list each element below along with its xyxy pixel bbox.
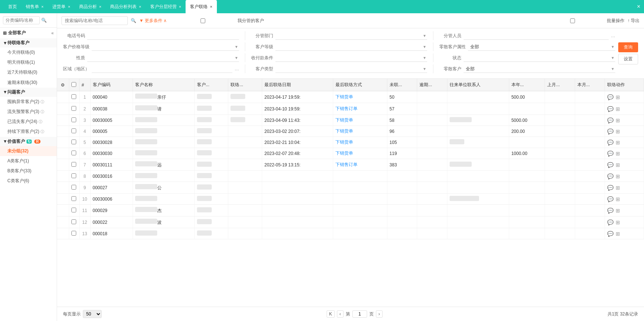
row-checkbox[interactable] xyxy=(69,91,79,103)
page-input[interactable] xyxy=(352,310,367,318)
row-checkbox[interactable] xyxy=(69,171,79,182)
my-customers-checkbox[interactable] xyxy=(170,18,236,23)
contact-method-link[interactable]: 下销货单 xyxy=(335,94,353,99)
sidebar-item-today[interactable]: 今天待联络(0) xyxy=(0,47,57,57)
contact-method-link[interactable]: 下销货单 xyxy=(335,128,353,134)
chat-icon[interactable]: 💬 xyxy=(607,185,613,191)
grid-action-icon[interactable]: ⊞ xyxy=(616,151,620,156)
tab-home[interactable]: 首页 xyxy=(4,0,21,13)
query-button[interactable]: 查询 xyxy=(618,42,638,52)
row-checkbox[interactable] xyxy=(69,205,79,216)
chat-icon[interactable]: 💬 xyxy=(607,162,613,168)
first-page-btn[interactable]: K xyxy=(327,310,335,318)
region-more-icon[interactable]: … xyxy=(235,66,239,71)
sidebar-item-7days[interactable]: 近7天待联络(0) xyxy=(0,67,57,77)
reset-button[interactable]: 设置 xyxy=(618,54,638,64)
grid-action-icon[interactable]: ⊞ xyxy=(616,173,620,179)
col-settings[interactable]: ⚙ xyxy=(57,79,69,91)
price-grade-select[interactable] xyxy=(92,43,239,51)
sidebar-item-churn-warning[interactable]: 流失预警客户(3) ⓘ xyxy=(0,107,57,117)
sidebar-all-customers[interactable]: ⊞ 全部客户 « xyxy=(0,28,57,38)
sidebar-item-class-b[interactable]: B类客户(33) xyxy=(0,166,57,176)
chat-icon[interactable]: 💬 xyxy=(607,140,613,145)
tab-purchase[interactable]: 进货单 × xyxy=(48,0,74,13)
chat-icon[interactable]: 💬 xyxy=(607,151,613,156)
per-page-select[interactable]: 50 100 xyxy=(83,310,102,318)
sidebar-item-churned[interactable]: 已流失客户(24) ⓘ xyxy=(0,117,57,127)
contact-method-link[interactable]: 下销货单 xyxy=(335,117,353,123)
batch-ops-btn[interactable]: 批量操作 xyxy=(539,18,624,24)
select-all-checkbox[interactable] xyxy=(71,82,76,87)
contact-method-link[interactable]: 下销售订单 xyxy=(335,162,358,167)
close-customer-contact-tab[interactable]: × xyxy=(210,4,212,9)
chat-icon[interactable]: 💬 xyxy=(607,196,613,202)
grid-action-icon[interactable]: ⊞ xyxy=(616,219,620,225)
grid-action-icon[interactable]: ⊞ xyxy=(616,196,620,202)
sidebar-item-class-a[interactable]: A类客户(1) xyxy=(0,156,57,166)
row-checkbox[interactable] xyxy=(69,228,79,239)
customer-grade-select[interactable] xyxy=(275,43,427,51)
chat-icon[interactable]: 💬 xyxy=(607,128,613,134)
tab-customer-contact[interactable]: 客户联络 × xyxy=(186,0,217,13)
chat-icon[interactable]: 💬 xyxy=(607,117,613,123)
batch-ops-checkbox[interactable] xyxy=(539,18,606,23)
search-icon[interactable]: 🔍 xyxy=(131,18,136,23)
refresh-icon[interactable]: ↻ xyxy=(27,140,32,144)
sidebar-group-value[interactable]: ▼ 价值客户 ↻ R xyxy=(0,137,57,146)
grid-action-icon[interactable]: ⊞ xyxy=(616,162,620,168)
more-conditions-btn[interactable]: ▼ 更多条件 ∧ xyxy=(139,18,167,24)
tab-customer-segment[interactable]: 客户分层经营 × xyxy=(146,0,186,13)
close-customer-segment-tab[interactable]: × xyxy=(179,4,181,9)
grid-action-icon[interactable]: ⊞ xyxy=(616,117,620,123)
row-checkbox[interactable] xyxy=(69,216,79,228)
chat-icon[interactable]: 💬 xyxy=(607,219,613,225)
dept-select[interactable] xyxy=(275,32,427,40)
row-checkbox[interactable] xyxy=(69,137,79,148)
prev-page-btn[interactable]: ‹ xyxy=(337,310,344,318)
contact-method-link[interactable]: 下销货单 xyxy=(335,151,353,156)
row-checkbox[interactable] xyxy=(69,148,79,159)
row-checkbox[interactable] xyxy=(69,194,79,205)
more-icon[interactable]: … xyxy=(611,33,615,38)
sidebar-item-ungrouped[interactable]: 未分组(32) xyxy=(0,146,57,156)
close-purchase-tab[interactable]: × xyxy=(68,4,70,9)
contact-method-link[interactable]: 下销货单 xyxy=(335,140,353,145)
grid-action-icon[interactable]: ⊞ xyxy=(616,128,620,134)
sidebar-collapse-icon[interactable]: « xyxy=(51,31,54,36)
chat-icon[interactable]: 💬 xyxy=(607,94,613,100)
contact-method-link[interactable]: 下销售订单 xyxy=(335,106,358,111)
category-search-input[interactable] xyxy=(3,16,40,24)
row-checkbox[interactable] xyxy=(69,115,79,126)
grid-action-icon[interactable]: ⊞ xyxy=(616,106,620,112)
row-checkbox[interactable] xyxy=(69,103,79,115)
sidebar-item-abnormal[interactable]: 囤购异常客户(2) ⓘ xyxy=(0,97,57,107)
sidebar-search-icon[interactable]: 🔍 xyxy=(41,18,47,23)
grid-action-icon[interactable]: ⊞ xyxy=(616,231,620,237)
close-product-analysis-list-tab[interactable]: × xyxy=(139,4,141,9)
grid-action-icon[interactable]: ⊞ xyxy=(616,208,620,214)
tab-sales[interactable]: 销售单 × xyxy=(21,0,48,13)
payment-select[interactable] xyxy=(275,54,427,62)
grid-action-icon[interactable]: ⊞ xyxy=(616,94,620,100)
manager-input[interactable] xyxy=(464,32,609,40)
sidebar-item-declining[interactable]: 持续下滑客户(2) ⓘ xyxy=(0,127,57,137)
retail-attr-select[interactable]: 全部 xyxy=(468,43,615,51)
search-input[interactable] xyxy=(61,16,128,25)
row-checkbox[interactable] xyxy=(69,182,79,194)
region-input[interactable] xyxy=(92,65,232,73)
grid-action-icon[interactable]: ⊞ xyxy=(616,185,620,191)
tab-product-analysis[interactable]: 商品分析 × xyxy=(75,0,106,13)
sidebar-item-tomorrow[interactable]: 明天待联络(1) xyxy=(0,57,57,67)
sidebar-group-pending[interactable]: ▼ 待联络客户 xyxy=(0,38,57,47)
next-page-btn[interactable]: › xyxy=(376,310,383,318)
my-customers-checkbox-area[interactable]: 我分管的客户 xyxy=(170,18,264,24)
close-all-tabs[interactable]: × xyxy=(637,3,640,10)
tab-product-analysis-list[interactable]: 商品分析列表 × xyxy=(106,0,145,13)
row-checkbox[interactable] xyxy=(69,126,79,137)
customer-type-select[interactable] xyxy=(275,65,427,73)
export-btn[interactable]: ↑ 导出 xyxy=(627,18,640,24)
sidebar-item-class-c[interactable]: C类客户(6) xyxy=(0,176,57,186)
status-select[interactable] xyxy=(464,54,615,62)
sidebar-group-problem[interactable]: ▼ 问题客户 xyxy=(0,88,57,97)
close-sales-tab[interactable]: × xyxy=(41,4,43,9)
